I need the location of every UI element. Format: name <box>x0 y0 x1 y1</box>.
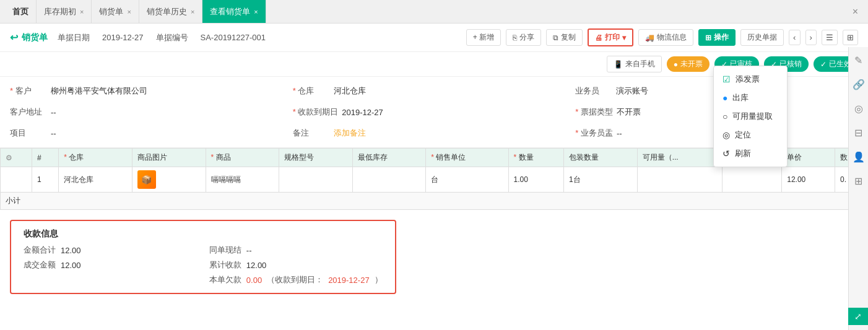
window-close-icon[interactable]: × <box>848 6 863 17</box>
grid-icon: ⊞ <box>705 33 711 42</box>
address-label: 客户地址 <box>10 106 47 118</box>
view-list-button[interactable]: ☰ <box>822 30 838 45</box>
grid-sidebar-icon[interactable]: ⊞ <box>852 173 865 189</box>
date-value: 2019-12-27 <box>102 33 144 42</box>
balance-note: （收款到期日： <box>267 274 323 285</box>
same-order-label: 同单现结 <box>209 245 241 256</box>
row-pack-qty: 1台 <box>564 167 638 193</box>
bottom-section: 收款信息 金额合计 12.00 同单现结 -- 成交金额 12.00 累计收款 … <box>0 210 868 304</box>
warehouse-label: 仓库 <box>293 85 330 97</box>
nav-next-button[interactable]: › <box>805 30 817 45</box>
refresh-label: 刷新 <box>735 148 751 159</box>
logistics-button[interactable]: 🚚 物流信息 <box>638 29 693 46</box>
add-invoice-item[interactable]: ☑ 添发票 <box>714 70 787 89</box>
user-icon[interactable]: 👤 <box>850 149 867 165</box>
share-icon: ⎘ <box>513 33 517 42</box>
tab-sales-history-close[interactable]: × <box>191 8 194 15</box>
customer-label: 客户 <box>10 85 47 97</box>
available-pick-item[interactable]: ○ 可用量提取 <box>714 107 787 126</box>
tab-sales-history[interactable]: 销货单历史 × <box>139 0 202 23</box>
edit-icon[interactable]: ✎ <box>852 52 865 69</box>
payment-date-value: 2019-12-27 <box>342 108 383 117</box>
sales-order-icon: ↩ <box>10 32 18 43</box>
available-pick-label: 可用量提取 <box>732 111 773 122</box>
balance-row: 本单欠款 0.00 （收款到期日： 2019-12-27 ） <box>209 274 383 285</box>
payment-box: 收款信息 金额合计 12.00 同单现结 -- 成交金额 12.00 累计收款 … <box>10 220 396 294</box>
document-header: ↩ 销货单 单据日期 2019-12-27 单据编号 SA-20191227-0… <box>0 24 868 52</box>
tab-inventory-label: 库存期初 <box>44 6 76 17</box>
document-actions: + 新增 ⎘ 分享 ⧉ 复制 🖨 打印 ▾ 🚚 物流信息 ⊞ 操作 <box>466 28 858 46</box>
staff-value: 演示账号 <box>616 85 648 97</box>
refresh-icon: ↺ <box>723 149 730 158</box>
from-phone-button[interactable]: 📱 来自手机 <box>607 56 662 72</box>
share-button[interactable]: ⎘ 分享 <box>506 29 541 46</box>
settings-icon[interactable]: ⚙ <box>6 154 12 162</box>
link-icon[interactable]: 🔗 <box>850 76 867 93</box>
payment-date-row: 收款到期日 2019-12-27 <box>293 104 576 120</box>
nav-prev-button[interactable]: ‹ <box>789 30 800 45</box>
outbound-item[interactable]: ● 出库 <box>714 89 787 107</box>
tab-home[interactable]: 首页 <box>5 0 37 23</box>
expand-button[interactable]: ⤢ <box>848 308 868 325</box>
locate-item[interactable]: ◎ 定位 <box>714 126 787 144</box>
subtotal-label: 小计 <box>1 193 868 210</box>
tab-sales-close[interactable]: × <box>127 8 131 15</box>
outbound-label: 出库 <box>732 92 749 103</box>
copy-button[interactable]: ⧉ 复制 <box>546 29 583 46</box>
remark-label: 备注 <box>293 128 330 139</box>
add-invoice-icon: ☑ <box>723 74 731 84</box>
ticket-type-value: 不开票 <box>617 106 641 118</box>
row-stock <box>722 167 782 193</box>
total-amount-row: 金额合计 12.00 <box>24 245 197 256</box>
payment-date-label: 收款到期日 <box>293 106 339 118</box>
tab-view-sales-label: 查看销货单 <box>210 6 250 17</box>
history-button[interactable]: 历史单据 <box>740 29 784 46</box>
staff2-value: -- <box>617 129 622 138</box>
project-label: 项目 <box>10 128 47 139</box>
row-spec <box>279 167 353 193</box>
row-image: 📦 <box>132 167 206 193</box>
add-remark-button[interactable]: 添加备注 <box>334 128 366 139</box>
address-value: -- <box>51 108 56 117</box>
tab-view-sales-close[interactable]: × <box>254 8 258 15</box>
transaction-label: 成交金额 <box>24 259 56 271</box>
tab-sales[interactable]: 销货单 × <box>92 0 139 23</box>
col-settings[interactable]: ⚙ <box>1 149 32 167</box>
balance-note-end: ） <box>375 274 383 285</box>
product-image: 📦 <box>137 170 156 189</box>
col-quantity: 数量 <box>508 149 563 167</box>
locate-icon: ◎ <box>723 130 730 140</box>
payment-title: 收款信息 <box>24 228 383 240</box>
outbound-icon: ● <box>723 93 727 103</box>
tab-inventory-close[interactable]: × <box>80 8 84 15</box>
col-image: 商品图片 <box>132 149 206 167</box>
warehouse-row: 仓库 河北仓库 <box>293 83 576 99</box>
not-open-button[interactable]: ● 未开票 <box>667 56 710 72</box>
cumulative-value: 12.00 <box>246 261 267 270</box>
new-button[interactable]: + 新增 <box>466 29 501 46</box>
circle-icon[interactable]: ◎ <box>852 100 866 117</box>
view-grid-button[interactable]: ⊞ <box>843 30 858 45</box>
print-button[interactable]: 🖨 打印 ▾ <box>588 28 633 46</box>
refresh-item[interactable]: ↺ 刷新 <box>714 144 787 163</box>
operate-dropdown: ☑ 添发票 ● 出库 ○ 可用量提取 ◎ 定位 ↺ 刷新 <box>713 66 788 167</box>
locate-label: 定位 <box>735 129 751 141</box>
add-invoice-label: 添发票 <box>736 74 760 85</box>
balance-value: 0.00 <box>246 276 262 285</box>
col-min-stock: 最低库存 <box>352 149 426 167</box>
subtract-icon[interactable]: ⊟ <box>852 124 865 141</box>
staff-label: 业务员 <box>575 85 612 97</box>
col-warehouse: 仓库 <box>59 149 132 167</box>
truck-icon: 🚚 <box>645 33 654 42</box>
tab-view-sales[interactable]: 查看销货单 × <box>202 0 266 23</box>
row-warehouse: 河北仓库 <box>59 167 132 193</box>
col-spec: 规格型号 <box>279 149 353 167</box>
customer-row: 客户 柳州粤港平安气体有限公司 <box>10 83 293 99</box>
copy-icon: ⧉ <box>553 33 558 42</box>
operate-button[interactable]: ⊞ 操作 <box>698 29 736 46</box>
tab-inventory[interactable]: 库存期初 × <box>37 0 92 23</box>
main-content: ↩ 销货单 单据日期 2019-12-27 单据编号 SA-20191227-0… <box>0 24 868 330</box>
customer-value: 柳州粤港平安气体有限公司 <box>51 85 147 97</box>
project-value: -- <box>51 129 56 138</box>
number-value: SA-20191227-001 <box>201 33 266 42</box>
